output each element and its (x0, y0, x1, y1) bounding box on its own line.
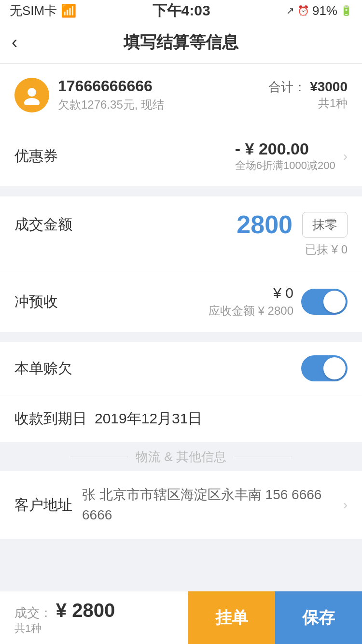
carrier-label: 无SIM卡 (10, 2, 57, 19)
customer-sub: 欠款1276.35元, 现结 (58, 97, 164, 112)
battery-label: 91% (312, 3, 337, 18)
address-label: 客户地址 (14, 495, 72, 515)
arrears-toggle[interactable] (301, 355, 348, 381)
svg-point-0 (28, 88, 36, 97)
footer: 成交： ¥ 2800 共1种 挂单 保存 (0, 591, 362, 644)
total-value: ¥3000 (310, 79, 348, 94)
section-divider-2 (0, 332, 362, 342)
coupon-amount: - ¥ 200.00 (235, 140, 335, 158)
amount-right: 2800 抹零 (237, 210, 348, 239)
customer-left: 17666666666 欠款1276.35元, 现结 (14, 77, 164, 112)
status-left: 无SIM卡 📶 (10, 2, 76, 19)
arrears-section: 本单赊欠 (0, 342, 362, 395)
avatar (14, 78, 49, 112)
transaction-label: 成交金额 (14, 215, 72, 235)
customer-phone: 17666666666 (58, 77, 164, 95)
transaction-section: 成交金额 2800 抹零 已抹 ¥ 0 (0, 196, 362, 271)
round-button[interactable]: 抹零 (302, 212, 348, 238)
total-row: 合计： ¥3000 (268, 79, 348, 96)
footer-deal-label: 成交： (14, 605, 52, 620)
pending-button[interactable]: 挂单 (188, 591, 275, 644)
prepay-section: 冲预收 ¥ 0 应收金额 ¥ 2800 (0, 271, 362, 332)
save-button[interactable]: 保存 (275, 591, 362, 644)
address-value: 张 北京市市辖区海淀区永丰南 156 6666 6666 (82, 485, 343, 525)
transaction-sub: 已抹 ¥ 0 (14, 242, 348, 257)
due-date-label: 收款到期日 (14, 409, 87, 429)
toggle-knob (323, 291, 346, 313)
prepay-right: ¥ 0 应收金额 ¥ 2800 (209, 285, 348, 319)
footer-deal-row: 成交： ¥ 2800 (14, 600, 174, 621)
prepay-amount: ¥ 0 (209, 285, 293, 301)
address-chevron-icon: › (343, 497, 348, 513)
location-icon: ↗ (286, 5, 294, 16)
logistics-label: 物流 & 其他信息 (70, 448, 292, 465)
wifi-icon: 📶 (61, 3, 76, 18)
page-title: 填写结算等信息 (124, 31, 238, 54)
prepay-amount-group: ¥ 0 应收金额 ¥ 2800 (209, 285, 293, 319)
prepay-row: 冲预收 ¥ 0 应收金额 ¥ 2800 (14, 285, 348, 319)
customer-info: 17666666666 欠款1276.35元, 现结 (58, 77, 164, 112)
total-count: 共1种 (268, 96, 348, 111)
total-label: 合计： (268, 80, 306, 94)
date-row: 收款到期日 2019年12月31日 (14, 409, 348, 429)
coupon-row[interactable]: 优惠券 - ¥ 200.00 全场6折满1000减200 › (0, 126, 362, 187)
status-bar: 无SIM卡 📶 下午4:03 ↗ ⏰ 91% 🔋 (0, 0, 362, 21)
svg-point-1 (24, 98, 40, 105)
alarm-icon: ⏰ (297, 5, 309, 16)
transaction-value: 2800 (237, 210, 292, 239)
footer-count: 共1种 (14, 621, 174, 636)
prepay-toggle[interactable] (301, 289, 348, 315)
footer-amount: ¥ 2800 (56, 600, 115, 621)
status-right: ↗ ⏰ 91% 🔋 (286, 3, 352, 18)
coupon-desc: 全场6折满1000减200 (235, 158, 335, 173)
footer-info: 成交： ¥ 2800 共1种 (0, 600, 188, 636)
nav-header: ‹ 填写结算等信息 (0, 21, 362, 64)
logistics-divider: 物流 & 其他信息 (0, 442, 362, 471)
arrears-toggle-knob (323, 357, 346, 379)
chevron-icon: › (343, 149, 348, 164)
status-time: 下午4:03 (153, 1, 210, 21)
battery-icon: 🔋 (340, 5, 352, 16)
customer-card: 17666666666 欠款1276.35元, 现结 合计： ¥3000 共1种 (0, 64, 362, 126)
due-date-value: 2019年12月31日 (95, 409, 202, 429)
prepay-sub: 应收金额 ¥ 2800 (209, 303, 293, 319)
back-button[interactable]: ‹ (12, 32, 17, 53)
section-divider-1 (0, 187, 362, 196)
amount-row: 成交金额 2800 抹零 (14, 210, 348, 239)
prepay-label: 冲预收 (14, 292, 58, 312)
due-date-section: 收款到期日 2019年12月31日 (0, 395, 362, 442)
address-section[interactable]: 客户地址 张 北京市市辖区海淀区永丰南 156 6666 6666 › (0, 471, 362, 539)
coupon-right: - ¥ 200.00 全场6折满1000减200 › (235, 140, 348, 173)
customer-total: 合计： ¥3000 共1种 (268, 79, 348, 111)
coupon-label: 优惠券 (14, 146, 58, 166)
arrears-label: 本单赊欠 (14, 359, 72, 378)
